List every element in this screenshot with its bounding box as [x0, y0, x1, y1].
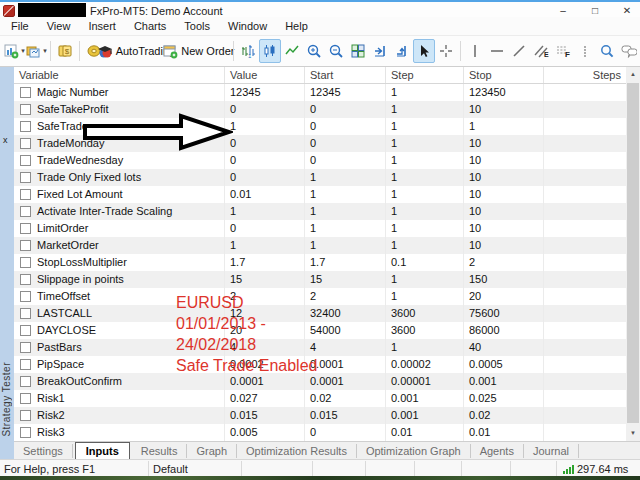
menu-item-tools[interactable]: Tools — [175, 18, 219, 34]
menu-item-insert[interactable]: Insert — [79, 18, 125, 34]
tab-agents[interactable]: Agents — [471, 444, 524, 458]
table-row[interactable]: Trade Only Fixed lots01110 — [14, 169, 626, 186]
candlestick-mode-button[interactable] — [259, 39, 281, 63]
scrollbar-thumb[interactable] — [627, 83, 639, 423]
toolbar-separator — [79, 41, 80, 61]
crosshair-button[interactable] — [435, 39, 457, 63]
menu-item-charts[interactable]: Charts — [125, 18, 175, 34]
tile-windows-button[interactable] — [347, 39, 369, 63]
column-header-step[interactable]: Step — [386, 67, 464, 83]
column-header-steps[interactable]: Steps — [544, 67, 626, 83]
menu-item-help[interactable]: Help — [276, 18, 317, 34]
profiles-button[interactable]: ▾ — [25, 39, 47, 63]
table-row[interactable]: LimitOrder01110 — [14, 220, 626, 237]
table-row[interactable]: TradeWednesday00110 — [14, 152, 626, 169]
tab-graph[interactable]: Graph — [187, 444, 237, 458]
tab-optimization-results[interactable]: Optimization Results — [237, 444, 357, 458]
maximize-button[interactable]: □ — [582, 3, 608, 18]
search-button[interactable] — [596, 39, 618, 63]
row-checkbox[interactable] — [20, 308, 31, 319]
row-checkbox[interactable] — [20, 325, 31, 336]
row-checkbox[interactable] — [20, 274, 31, 285]
table-row[interactable]: Slippage in points15151150 — [14, 271, 626, 288]
table-row[interactable]: BreakOutConfirm0.00010.00010.000010.001 — [14, 373, 626, 390]
row-checkbox[interactable] — [20, 257, 31, 268]
autotrading-button[interactable]: AutoTrading — [105, 39, 170, 63]
row-checkbox[interactable] — [20, 138, 31, 149]
trendline-button[interactable] — [508, 39, 530, 63]
minimize-button[interactable]: – — [550, 3, 576, 18]
scroll-up-icon[interactable]: ▲ — [626, 67, 640, 82]
table-row[interactable]: Activate Inter-Trade Scaling11110 — [14, 203, 626, 220]
menu-item-view[interactable]: View — [38, 18, 80, 34]
row-checkbox[interactable] — [20, 121, 31, 132]
tab-inputs[interactable]: Inputs — [75, 442, 130, 460]
horizontal-line-button[interactable] — [486, 39, 508, 63]
line-chart-mode-button[interactable] — [281, 39, 303, 63]
tab-settings[interactable]: Settings — [14, 444, 73, 458]
tab-optimization-graph[interactable]: Optimization Graph — [357, 444, 471, 458]
table-row[interactable]: Risk30.00500.010.01 — [14, 424, 626, 441]
row-checkbox[interactable] — [20, 155, 31, 166]
vertical-scrollbar[interactable]: ▲ ▼ — [626, 67, 640, 441]
equidistant-channel-button[interactable]: E — [530, 39, 552, 63]
row-checkbox[interactable] — [20, 359, 31, 370]
auto-scroll-button[interactable] — [391, 39, 413, 63]
toolbar-overflow-button[interactable] — [574, 39, 596, 63]
cell-stop: 10 — [464, 169, 544, 186]
table-row[interactable]: Risk20.0150.0150.0010.02 — [14, 407, 626, 424]
row-checkbox[interactable] — [20, 342, 31, 353]
table-row[interactable]: Risk10.0270.020.0010.025 — [14, 390, 626, 407]
table-row[interactable]: DAYCLOSE2054000360086000 — [14, 322, 626, 339]
cell-value: 0.005 — [225, 424, 305, 441]
cursor-button[interactable] — [413, 39, 435, 63]
column-header-start[interactable]: Start — [305, 67, 386, 83]
fibonacci-button[interactable]: F — [552, 39, 574, 63]
row-checkbox[interactable] — [20, 410, 31, 421]
bar-chart-mode-button[interactable]: 1 — [237, 39, 259, 63]
row-checkbox[interactable] — [20, 291, 31, 302]
panel-close-icon[interactable]: x — [3, 136, 8, 145]
row-checkbox[interactable] — [20, 223, 31, 234]
new-order-button[interactable]: New Order — [170, 39, 230, 63]
profile-label[interactable]: Default — [153, 463, 188, 475]
vertical-line-button[interactable] — [464, 39, 486, 63]
row-checkbox[interactable] — [20, 104, 31, 115]
scroll-down-icon[interactable]: ▼ — [626, 426, 640, 441]
row-checkbox[interactable] — [20, 376, 31, 387]
new-chart-button[interactable]: ▾ — [3, 39, 25, 63]
deposit-button[interactable]: $ — [54, 39, 76, 63]
column-header-value[interactable]: Value — [225, 67, 305, 83]
table-row[interactable]: MarketOrder11110 — [14, 237, 626, 254]
table-row[interactable]: Fixed Lot Amount0.011110 — [14, 186, 626, 203]
close-button[interactable]: ✕ — [614, 3, 640, 18]
table-row[interactable]: PipSpace0.00020.00010.000020.0005 — [14, 356, 626, 373]
zoom-out-button[interactable] — [325, 39, 347, 63]
tab-journal[interactable]: Journal — [524, 444, 579, 458]
svg-text:1: 1 — [248, 53, 252, 59]
tab-results[interactable]: Results — [132, 444, 188, 458]
menu-item-window[interactable]: Window — [219, 18, 276, 34]
row-checkbox[interactable] — [20, 206, 31, 217]
menu-item-file[interactable]: File — [2, 18, 38, 34]
table-row[interactable]: Magic Number12345123451123450 — [14, 84, 626, 101]
table-row[interactable]: StopLossMultiplier1.71.70.12 — [14, 254, 626, 271]
row-checkbox[interactable] — [20, 189, 31, 200]
chat-button[interactable] — [618, 39, 640, 63]
zoom-in-button[interactable] — [303, 39, 325, 63]
cell-value: 0 — [225, 101, 305, 118]
table-row[interactable]: PastBars44140 — [14, 339, 626, 356]
row-checkbox[interactable] — [20, 87, 31, 98]
column-header-variable[interactable]: Variable — [14, 67, 225, 83]
scroll-to-end-button[interactable] — [369, 39, 391, 63]
column-header-stop[interactable]: Stop — [464, 67, 544, 83]
row-checkbox[interactable] — [20, 240, 31, 251]
fibonacci-icon: F — [555, 43, 571, 59]
table-row[interactable]: LASTCALL1232400360075600 — [14, 305, 626, 322]
cell-steps — [544, 186, 626, 203]
row-checkbox[interactable] — [20, 393, 31, 404]
table-row[interactable]: TimeOffset22120 — [14, 288, 626, 305]
row-checkbox[interactable] — [20, 427, 31, 438]
cell-value: 1 — [225, 118, 305, 135]
row-checkbox[interactable] — [20, 172, 31, 183]
